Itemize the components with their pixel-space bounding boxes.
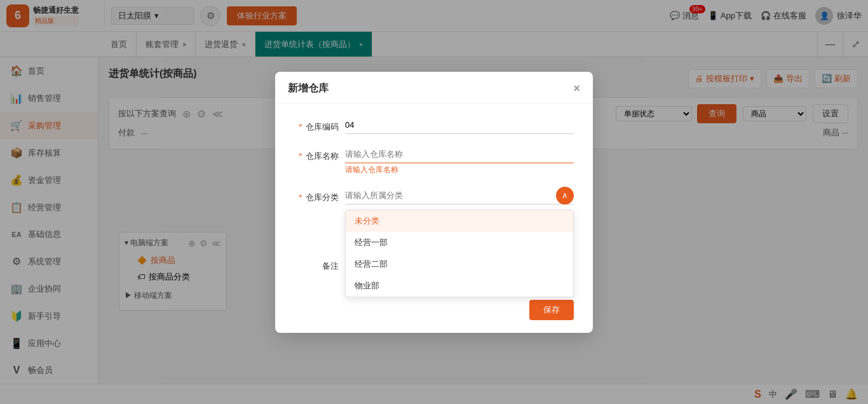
dropdown-item-property[interactable]: 物业部 <box>346 275 573 297</box>
category-dropdown-toggle[interactable]: ∧ <box>556 187 574 205</box>
dialog-title: 新增仓库 <box>288 82 329 95</box>
dropdown-item-dept1[interactable]: 经营一部 <box>346 232 573 253</box>
code-input[interactable] <box>345 116 574 134</box>
form-row-name: * 仓库名称 请输入仓库名称 <box>294 145 574 175</box>
dialog-body: * 仓库编码 * 仓库名称 请输入仓库名称 * <box>275 104 593 293</box>
form-row-category: * 仓库分类 ∧ 未分类 经营一部 经营二部 物业部 <box>294 187 574 205</box>
category-input[interactable] <box>345 187 574 205</box>
category-select-wrapper: ∧ 未分类 经营一部 经营二部 物业部 <box>345 187 574 205</box>
category-label: * 仓库分类 <box>294 187 339 203</box>
remarks-label: 备注 <box>294 255 339 272</box>
name-input[interactable] <box>345 145 574 163</box>
modal-overlay: 新增仓库 × * 仓库编码 * 仓库名称 请输入仓库名称 <box>0 0 868 404</box>
dialog-close-button[interactable]: × <box>573 83 580 94</box>
form-row-code: * 仓库编码 <box>294 116 574 134</box>
add-warehouse-dialog: 新增仓库 × * 仓库编码 * 仓库名称 请输入仓库名称 <box>275 72 593 333</box>
name-error-message: 请输入仓库名称 <box>345 165 574 175</box>
code-label: * 仓库编码 <box>294 116 339 133</box>
required-star-code: * <box>299 122 302 131</box>
category-dropdown-list: 未分类 经营一部 经营二部 物业部 <box>345 210 574 297</box>
required-star-name: * <box>299 151 302 161</box>
name-label: * 仓库名称 <box>294 145 339 162</box>
dropdown-item-dept2[interactable]: 经营二部 <box>346 253 573 275</box>
dropdown-item-uncategorized[interactable]: 未分类 <box>346 210 573 232</box>
save-button[interactable]: 保存 <box>529 300 574 320</box>
dialog-footer: 保存 <box>275 293 593 333</box>
dialog-header: 新增仓库 × <box>275 72 593 104</box>
required-star-cat: * <box>299 192 302 202</box>
